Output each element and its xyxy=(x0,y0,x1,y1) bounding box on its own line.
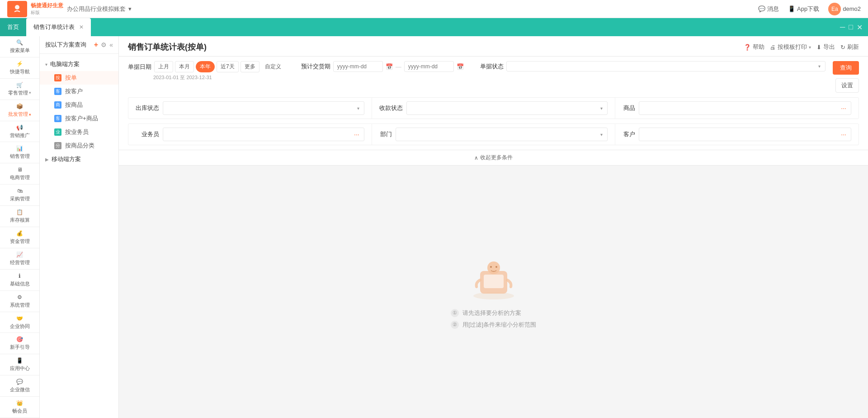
date-this-year-btn[interactable]: 本年 xyxy=(196,61,215,72)
inventory-icon: 📋 xyxy=(16,209,23,215)
expected-delivery-input-group: 📅 — 📅 xyxy=(333,61,464,72)
window-close-icon[interactable]: ✕ xyxy=(857,23,863,32)
settings-btn[interactable]: 设置 xyxy=(835,78,859,93)
collapse-bar[interactable]: ∧ 收起更多条件 xyxy=(119,150,868,166)
date-this-month-btn[interactable]: 本月 xyxy=(175,61,194,72)
empty-illustration xyxy=(467,255,521,302)
window-maximize-icon[interactable]: □ xyxy=(849,23,853,31)
refresh-btn[interactable]: ↻ 刷新 xyxy=(840,43,859,51)
empty-tip-2: ② 用[过滤]条件来缩小分析范围 xyxy=(451,321,536,329)
calendar-from-icon[interactable]: 📅 xyxy=(386,63,393,70)
sidebar-item-inventory[interactable]: 📋 库存核算 xyxy=(0,206,39,227)
scheme-group-mobile: ▶ 移动端方案 xyxy=(40,152,118,166)
delivery-status-select[interactable]: ▾ xyxy=(163,101,364,115)
sidebar-item-business[interactable]: 📈 经营管理 xyxy=(0,248,39,270)
filter-row-1: 单据日期 上月 本月 本年 近7天 更多 自定义 2023-01-01 至 20… xyxy=(128,61,859,93)
sidebar-item-purchase[interactable]: 🛍 采购管理 xyxy=(0,185,39,206)
product-select[interactable]: ··· xyxy=(639,101,851,115)
scheme-group-mobile-header[interactable]: ▶ 移动端方案 xyxy=(40,152,118,166)
date-more-btn[interactable]: 更多 xyxy=(241,61,259,72)
scheme-add-btn[interactable]: + xyxy=(94,41,98,49)
breadcrumb-arrow-icon[interactable]: ▾ xyxy=(128,5,132,12)
sidebar-item-retail[interactable]: 🛒 零售管理 ▾ xyxy=(0,79,39,100)
right-content: 销售订单统计表(按单) ❓ 帮助 🖨 按模板打印 ▾ ⬇ 导出 xyxy=(119,36,868,418)
sidebar-item-wholesale[interactable]: 📦 批发管理 ▴ xyxy=(0,100,39,121)
help-btn[interactable]: ❓ 帮助 xyxy=(744,43,764,51)
scheme-group-pc: ▾ 电脑端方案 按 按单 客 xyxy=(40,57,118,152)
scheme-collapse-btn[interactable]: « xyxy=(109,41,113,48)
svg-point-0 xyxy=(15,5,19,10)
scheme-settings-btn[interactable]: ⚙ xyxy=(101,41,107,48)
date-last-month-btn[interactable]: 上月 xyxy=(154,61,173,72)
window-minimize-icon[interactable]: ─ xyxy=(840,23,845,31)
date-from-input[interactable] xyxy=(333,61,383,72)
sidebar-item-marketing[interactable]: 📢 营销推广 xyxy=(0,121,39,142)
quick-nav-label: 快捷导航 xyxy=(10,68,30,75)
date-label: 单据日期 xyxy=(128,63,151,71)
date-filter-section: 单据日期 上月 本月 本年 近7天 更多 自定义 2023-01-01 至 20… xyxy=(128,61,285,81)
sidebar-item-basic-info[interactable]: ℹ 基础信息 xyxy=(0,270,39,291)
date-custom-btn[interactable]: 自定义 xyxy=(261,62,285,72)
page-header: 销售订单统计表(按单) ❓ 帮助 🖨 按模板打印 ▾ ⬇ 导出 xyxy=(119,36,868,57)
scheme-item-by-customer[interactable]: 客 按客户 xyxy=(40,85,118,98)
payment-status-select[interactable]: ▾ xyxy=(406,101,608,115)
template-print-btn[interactable]: 🖨 按模板打印 ▾ xyxy=(770,43,811,51)
payment-status-arrow-icon: ▾ xyxy=(600,106,603,111)
payment-status-label: 收款状态 xyxy=(379,104,403,112)
customer-label: 客户 xyxy=(623,130,635,138)
scheme-group-pc-header[interactable]: ▾ 电脑端方案 xyxy=(40,57,118,71)
sidebar-item-sales[interactable]: 📊 销售管理 xyxy=(0,142,39,163)
by-salesperson-label: 按业务员 xyxy=(65,128,89,136)
app-download-btn[interactable]: 📱 App下载 xyxy=(788,5,819,13)
system-icon: ⚙ xyxy=(17,294,22,300)
scheme-item-by-order[interactable]: 按 按单 xyxy=(40,71,118,85)
sidebar-item-search-menu[interactable]: 🔍 搜索菜单 xyxy=(0,36,39,57)
by-product-category-icon: 分 xyxy=(54,142,61,149)
calendar-to-icon[interactable]: 📅 xyxy=(457,63,464,70)
system-label: 系统管理 xyxy=(10,302,30,309)
department-select[interactable]: ▾ xyxy=(396,128,608,141)
salesperson-label: 业务员 xyxy=(136,130,159,138)
topbar-left: 畅捷通好生意 标版 办公用品行业模拟账套 ▾ xyxy=(7,1,132,17)
scheme-item-by-customer-product[interactable]: 客 按客户+商品 xyxy=(40,112,118,125)
filter-row-2: 出库状态 ▾ 收款状态 ▾ 商品 xyxy=(128,97,859,119)
delivery-status-cell: 出库状态 ▾ xyxy=(128,98,372,119)
sidebar-item-system[interactable]: ⚙ 系统管理 xyxy=(0,291,39,312)
tab-close-icon[interactable]: ✕ xyxy=(79,24,84,30)
app-subtitle: 标版 xyxy=(31,10,63,15)
date-to-input[interactable] xyxy=(404,61,454,72)
empty-tips: ① 请先选择要分析的方案 ② 用[过滤]条件来缩小分析范围 xyxy=(451,309,536,329)
scheme-item-by-salesperson[interactable]: 业 按业务员 xyxy=(40,125,118,139)
date-last-7days-btn[interactable]: 近7天 xyxy=(217,61,239,72)
sidebar-item-wechat[interactable]: 💬 企业微信 xyxy=(0,375,39,397)
export-btn[interactable]: ⬇ 导出 xyxy=(816,43,835,51)
sidebar-item-ecommerce[interactable]: 🖥 电商管理 xyxy=(0,163,39,185)
query-btn[interactable]: 查询 xyxy=(833,61,859,75)
department-arrow-icon: ▾ xyxy=(600,132,603,137)
refresh-icon: ↻ xyxy=(840,44,845,51)
enterprise-label: 企业协同 xyxy=(10,323,30,330)
sidebar-item-quick-nav[interactable]: ⚡ 快捷导航 xyxy=(0,57,39,79)
sidebar-item-finance[interactable]: 💰 资金管理 xyxy=(0,227,39,248)
nav-tabs: 首页 销售订单统计表 ✕ ─ □ ✕ xyxy=(0,18,868,36)
by-order-icon: 按 xyxy=(54,74,61,81)
tab-home[interactable]: 首页 xyxy=(0,18,26,36)
basic-info-label: 基础信息 xyxy=(10,280,30,287)
message-btn[interactable]: 💬 消息 xyxy=(758,5,779,13)
scheme-items-pc: 按 按单 客 按客户 商 xyxy=(40,71,118,152)
salesperson-select[interactable]: ··· xyxy=(163,128,364,141)
user-profile[interactable]: Ea demo2 xyxy=(828,3,861,15)
search-menu-icon: 🔍 xyxy=(16,39,23,46)
sidebar-item-membership[interactable]: 👑 畅会员 xyxy=(0,397,39,418)
membership-label: 畅会员 xyxy=(12,408,27,414)
doc-status-select[interactable]: ▾ xyxy=(506,61,826,71)
tab-sales-order-stats[interactable]: 销售订单统计表 ✕ xyxy=(26,18,91,36)
message-label: 消息 xyxy=(767,5,779,13)
sidebar-item-app-center[interactable]: 📱 应用中心 xyxy=(0,354,39,375)
sidebar-item-new-guide[interactable]: 🎯 新手引导 xyxy=(0,333,39,354)
scheme-item-by-product[interactable]: 商 按商品 xyxy=(40,98,118,112)
sidebar-item-enterprise[interactable]: 🤝 企业协同 xyxy=(0,312,39,333)
customer-select[interactable]: ··· xyxy=(639,128,851,141)
marketing-icon: 📢 xyxy=(16,124,23,131)
scheme-item-by-product-category[interactable]: 分 按商品分类 xyxy=(40,139,118,152)
